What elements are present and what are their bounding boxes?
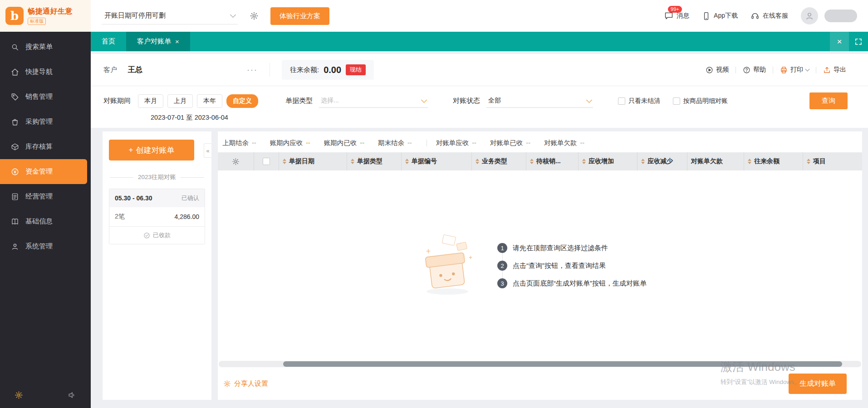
share-settings-button[interactable]: 分享人设置 [223, 379, 268, 388]
past-statements-title: 2023往期对账 [110, 173, 204, 181]
online-service-button[interactable]: 在线客服 [750, 11, 788, 20]
username-area[interactable] [824, 10, 857, 22]
chevron-down-icon [805, 67, 810, 71]
system-user-icon [11, 243, 19, 251]
doc-type-select[interactable]: 选择... [319, 94, 428, 108]
tab-home[interactable]: 首页 [91, 32, 126, 51]
industry-solution-button[interactable]: 体验行业方案 [270, 7, 329, 25]
column-receivable-decrease[interactable]: 应收减少 [638, 152, 687, 170]
sidebar-item-search-menu[interactable]: 搜索菜单 [0, 34, 91, 59]
summary-value: -- [252, 139, 256, 146]
status-select[interactable]: 全部 [486, 94, 593, 108]
topbar-gear-icon[interactable] [250, 11, 259, 20]
sidebar-item-label: 基础信息 [25, 217, 53, 226]
checkbox-icon[interactable] [673, 97, 680, 105]
horizontal-scrollbar-thumb[interactable] [283, 361, 842, 367]
column-doc-date[interactable]: 单据日期 [279, 152, 347, 170]
guide-step: 2 点击“查询”按钮，查看查询结果 [497, 261, 647, 271]
tab-customer-statement[interactable]: 客户对账单 × [126, 32, 190, 51]
sidebar-item-purchase[interactable]: 采购管理 [0, 109, 91, 134]
guide-step: 1 请先在顶部查询区选择过滤条件 [497, 243, 647, 253]
plus-icon: + [129, 146, 133, 155]
sidebar-item-label: 库存核算 [25, 142, 53, 151]
period-options: 本月 上月 本年 自定义 [138, 94, 258, 108]
summary-value: -- [407, 139, 412, 146]
period-last-month[interactable]: 上月 [167, 94, 193, 108]
person-icon [804, 11, 814, 21]
table-header: 单据日期 单据类型 单据编号 业务类型 待核销... 应收增加 应收减少 对账单… [218, 152, 862, 170]
column-doc-number[interactable]: 单据编号 [402, 152, 472, 170]
close-all-tabs-icon[interactable]: × [830, 32, 849, 51]
column-current-balance[interactable]: 往来余额 [744, 152, 803, 170]
period-this-month[interactable]: 本月 [138, 94, 163, 108]
volume-icon[interactable] [68, 391, 76, 399]
balance-box: 往来余额: 0.00 现结 [282, 60, 374, 80]
column-project[interactable]: 项目 [803, 152, 862, 170]
date-range-value[interactable]: 2023-07-01 至 2023-06-04 [151, 113, 848, 122]
help-button[interactable]: 帮助 [736, 66, 773, 74]
sidebar-item-label: 采购管理 [25, 117, 53, 126]
column-doc-type[interactable]: 单据类型 [347, 152, 402, 170]
export-icon [823, 66, 831, 74]
print-button[interactable]: 打印 [773, 66, 816, 74]
tab-close-icon[interactable]: × [175, 38, 179, 45]
sidebar-bottom [0, 382, 91, 408]
detail-checkbox[interactable]: 按商品明细对账 [673, 97, 728, 105]
sidebar: b 畅捷通好生意 标准版 搜索菜单 快捷导航 销售管理 采购管理 库存核算 资 [0, 0, 91, 408]
sidebar-item-sales[interactable]: 销售管理 [0, 84, 91, 109]
period-custom[interactable]: 自定义 [226, 94, 258, 108]
printer-icon [780, 66, 788, 74]
topbar: 开账日期可停用可删 体验行业方案 99+ 消息 App下载 在线客服 [91, 0, 868, 32]
search-button[interactable]: 查询 [809, 92, 848, 109]
chevron-down-icon [230, 12, 236, 18]
statement-status: 已确认 [181, 194, 199, 202]
sidebar-item-label: 快捷导航 [25, 68, 53, 76]
statement-amount: 4,286.00 [175, 213, 200, 220]
sidebar-item-funds[interactable]: 资金管理 [0, 159, 87, 184]
sort-icon [283, 159, 286, 164]
unsettled-checkbox[interactable]: 只看未结清 [618, 97, 660, 105]
settings-gear-icon[interactable] [15, 391, 23, 399]
summary-value: -- [306, 139, 310, 146]
column-receivable-increase[interactable]: 应收增加 [579, 152, 638, 170]
more-icon[interactable]: ··· [247, 65, 258, 75]
statement-received: 已收款 [109, 226, 205, 244]
messages-button[interactable]: 99+ 消息 [664, 11, 689, 20]
app-download-button[interactable]: App下载 [702, 12, 738, 20]
column-statement-arrears[interactable]: 对账单欠款 [687, 152, 744, 170]
search-icon [11, 43, 19, 51]
period-this-year[interactable]: 本年 [197, 94, 222, 108]
sidebar-item-basic-info[interactable]: 基础信息 [0, 209, 91, 234]
account-period-value: 开账日期可停用可删 [104, 11, 166, 20]
collapse-panel-icon[interactable]: « [204, 143, 211, 158]
user-avatar[interactable] [801, 7, 818, 24]
fullscreen-icon[interactable] [849, 32, 868, 51]
home-icon [11, 68, 19, 76]
statement-list-item[interactable]: 05.30 - 06.30 已确认 2笔 4,286.00 已收款 [109, 189, 205, 244]
export-button[interactable]: 导出 [816, 66, 853, 74]
sidebar-item-quick-nav[interactable]: 快捷导航 [0, 59, 91, 84]
panel-footer: 分享人设置 生成对账单 [218, 367, 862, 400]
account-period-select[interactable]: 开账日期可停用可删 [102, 7, 238, 24]
column-settings-button[interactable] [218, 152, 254, 170]
guide-step: 3 点击页面底部“生成对账单”按钮，生成对账单 [497, 278, 647, 288]
generate-statement-button[interactable]: 生成对账单 [789, 374, 847, 394]
video-button[interactable]: 视频 [699, 66, 736, 74]
book-icon [11, 218, 19, 226]
sidebar-item-label: 搜索菜单 [25, 43, 53, 51]
brand-title: 畅捷通好生意 [28, 7, 73, 16]
sidebar-item-operations[interactable]: 经营管理 [0, 184, 91, 209]
sidebar-item-inventory[interactable]: 库存核算 [0, 134, 91, 159]
summary-row: 上期结余-- 账期内应收-- 账期内已收-- 期末结余-- 对账单应收-- 对账… [218, 131, 862, 152]
select-all-checkbox[interactable] [263, 158, 270, 165]
create-statement-button[interactable]: + 创建对账单 [109, 140, 194, 160]
column-business-type[interactable]: 业务类型 [472, 152, 526, 170]
sidebar-item-system[interactable]: 系统管理 [0, 234, 91, 259]
status-label: 对账状态 [453, 97, 480, 105]
checkbox-icon[interactable] [618, 97, 625, 105]
message-count-badge: 99+ [668, 6, 682, 13]
column-pending[interactable]: 待核销... [526, 152, 579, 170]
gear-icon [232, 158, 240, 165]
online-service-label: 在线客服 [763, 12, 788, 20]
funds-icon [11, 168, 19, 176]
